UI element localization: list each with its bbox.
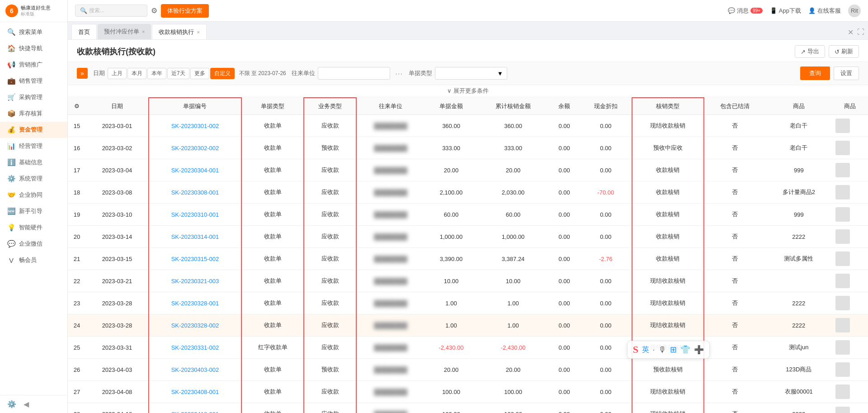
industry-solution-button[interactable]: 体验行业方案 <box>161 4 209 18</box>
cell-bill-no[interactable]: SK-20230408-001 <box>149 381 241 403</box>
sidebar-label-basic: 基础信息 <box>19 158 42 166</box>
tab-receivable-exec[interactable]: 收款核销执行 × <box>152 24 206 39</box>
cell-bill-no[interactable]: SK-20230403-002 <box>149 359 241 381</box>
sidebar-item-member[interactable]: V畅会员 <box>0 252 67 268</box>
close-tab-icon[interactable]: ✕ <box>848 28 854 37</box>
cell-bill-no[interactable]: SK-20230302-002 <box>149 137 241 159</box>
table-row[interactable]: 22 2023-03-21 SK-20230321-003 收款单 应收款 ██… <box>68 270 868 292</box>
app-download-button[interactable]: 📱 App下载 <box>770 7 801 15</box>
close-receivable-icon[interactable]: × <box>197 29 199 35</box>
custom-date-button[interactable]: 自定义 <box>210 68 235 79</box>
sidebar-item-ops[interactable]: 📊经营管理 <box>0 138 67 154</box>
bill-no-link[interactable]: SK-20230314-001 <box>171 233 219 240</box>
cell-bill-no[interactable]: SK-20230331-002 <box>149 337 241 359</box>
cell-bill-no[interactable]: SK-20230301-002 <box>149 115 241 137</box>
settings-gear-icon[interactable]: ⚙ <box>151 6 157 15</box>
table-row[interactable]: 25 2023-03-31 SK-20230331-002 红字收款单 应收款 … <box>68 337 868 359</box>
cell-bill-no[interactable]: SK-20230418-001 <box>149 403 241 413</box>
bill-no-link[interactable]: SK-20230310-001 <box>171 211 219 218</box>
cell-bill-no[interactable]: SK-20230321-003 <box>149 270 241 292</box>
bill-no-link[interactable]: SK-20230408-001 <box>171 389 219 395</box>
cell-bill-no[interactable]: SK-20230328-002 <box>149 314 241 337</box>
cell-bill-no[interactable]: SK-20230314-001 <box>149 226 241 248</box>
table-row[interactable]: 18 2023-03-08 SK-20230308-001 收款单 应收款 ██… <box>68 181 868 204</box>
filter-setting-button[interactable]: 设置 <box>834 66 859 80</box>
filter-toggle-button[interactable]: » <box>77 68 88 79</box>
bill-no-link[interactable]: SK-20230418-001 <box>171 411 219 413</box>
fullscreen-icon[interactable]: ⛶ <box>857 28 864 37</box>
cell-date: 2023-03-14 <box>86 226 149 248</box>
sidebar-icon-basic: ℹ️ <box>7 158 15 166</box>
table-row[interactable]: 27 2023-04-08 SK-20230408-001 收款单 应收款 ██… <box>68 381 868 403</box>
refresh-button[interactable]: ↺ 刷新 <box>829 45 859 58</box>
sidebar-item-finance[interactable]: 💰资金管理 <box>0 122 67 138</box>
cell-cash-discount: 0.00 <box>580 292 632 314</box>
sidebar-item-corp[interactable]: 🤝企业协同 <box>0 187 67 203</box>
bill-no-link[interactable]: SK-20230302-002 <box>171 145 219 152</box>
counterpart-input[interactable] <box>318 67 390 80</box>
sidebar-item-wechat[interactable]: 💬企业微信 <box>0 236 67 252</box>
sidebar-item-system[interactable]: ⚙️系统管理 <box>0 171 67 187</box>
sidebar-item-basic[interactable]: ℹ️基础信息 <box>0 154 67 171</box>
sidebar-item-guide[interactable]: 🆕新手引导 <box>0 203 67 219</box>
cell-bill-no[interactable]: SK-20230308-001 <box>149 181 241 204</box>
cell-accum-amount: 2,030.00 <box>478 181 548 204</box>
bill-no-link[interactable]: SK-20230315-002 <box>171 256 219 262</box>
cell-bill-no[interactable]: SK-20230328-001 <box>149 292 241 314</box>
this-month-button[interactable]: 本月 <box>127 68 146 79</box>
bill-no-link[interactable]: SK-20230321-003 <box>171 278 219 285</box>
close-prepay-icon[interactable]: × <box>142 29 145 34</box>
bill-no-link[interactable]: SK-20230328-001 <box>171 300 219 307</box>
table-row[interactable]: 16 2023-03-02 SK-20230302-002 收款单 预收款 ██… <box>68 137 868 159</box>
col-settings[interactable]: ⚙ <box>68 98 86 115</box>
sidebar-item-purchase[interactable]: 🛒采购管理 <box>0 89 67 105</box>
table-row[interactable]: 21 2023-03-15 SK-20230315-002 收款单 应收款 ██… <box>68 248 868 270</box>
sidebar-item-hardware[interactable]: 💡智能硬件 <box>0 219 67 236</box>
export-button[interactable]: ↗ 导出 <box>795 45 825 58</box>
tab-prepay-match[interactable]: 预付冲应付单 × <box>98 24 151 39</box>
sidebar-item-quick-nav[interactable]: 🏠快捷导航 <box>0 40 67 57</box>
table-row[interactable]: 20 2023-03-14 SK-20230314-001 收款单 应收款 ██… <box>68 226 868 248</box>
sidebar-item-marketing[interactable]: 📢营销推广 <box>0 57 67 73</box>
expand-icon: ∨ <box>447 87 452 94</box>
user-avatar[interactable]: Rit <box>848 5 861 17</box>
sidebar-item-inventory[interactable]: 📦库存核算 <box>0 105 67 122</box>
cell-bill-no[interactable]: SK-20230310-001 <box>149 204 241 226</box>
table-row[interactable]: 19 2023-03-10 SK-20230310-001 收款单 应收款 ██… <box>68 204 868 226</box>
last-month-button[interactable]: 上月 <box>108 68 127 79</box>
table-row[interactable]: 24 2023-03-28 SK-20230328-002 收款单 应收款 ██… <box>68 314 868 337</box>
cell-cash-discount: 0.00 <box>580 403 632 413</box>
table-row[interactable]: 26 2023-04-03 SK-20230403-002 收款单 预收款 ██… <box>68 359 868 381</box>
cell-bill-no[interactable]: SK-20230304-001 <box>149 159 241 181</box>
cell-bill-no[interactable]: SK-20230315-002 <box>149 248 241 270</box>
cell-accum-amount: 100.00 <box>478 381 548 403</box>
voucher-type-select[interactable]: ▼ <box>435 67 507 80</box>
more-date-button[interactable]: 更多 <box>190 68 209 79</box>
message-button[interactable]: 💬 消息 99+ <box>728 7 763 15</box>
query-button[interactable]: 查询 <box>800 66 830 80</box>
table-row[interactable]: 23 2023-03-28 SK-20230328-001 收款单 应收款 ██… <box>68 292 868 314</box>
bill-no-link[interactable]: SK-20230304-001 <box>171 167 219 174</box>
bill-no-link[interactable]: SK-20230301-002 <box>171 123 219 129</box>
last-7days-button[interactable]: 近7天 <box>167 68 189 79</box>
bill-no-link[interactable]: SK-20230331-002 <box>171 344 219 351</box>
cell-date: 2023-03-31 <box>86 337 149 359</box>
tab-home[interactable]: 首页 <box>71 24 97 39</box>
table-row[interactable]: 15 2023-03-01 SK-20230301-002 收款单 应收款 ██… <box>68 115 868 137</box>
settings-icon[interactable]: ⚙️ <box>7 400 16 408</box>
bill-no-link[interactable]: SK-20230328-002 <box>171 322 219 329</box>
collapse-icon[interactable]: ◀ <box>24 400 29 408</box>
this-year-button[interactable]: 本年 <box>147 68 166 79</box>
bill-no-link[interactable]: SK-20230308-001 <box>171 189 219 196</box>
sidebar-item-sales[interactable]: 💼销售管理 <box>0 73 67 89</box>
online-service-button[interactable]: 👤 在线客服 <box>808 7 841 15</box>
table-row[interactable]: 28 2023-04-18 SK-20230418-001 收款单 应收款 ██… <box>68 403 868 413</box>
expand-more-bar[interactable]: ∨ 展开更多条件 <box>68 85 868 97</box>
cell-bill-amount: -2,430.00 <box>425 337 478 359</box>
topbar-search-box[interactable]: 🔍 搜索... <box>75 5 147 17</box>
cell-cash-discount: 0.00 <box>580 226 632 248</box>
col-counterpart: 往来单位 <box>356 98 425 115</box>
bill-no-link[interactable]: SK-20230403-002 <box>171 366 219 373</box>
sidebar-item-search[interactable]: 🔍搜索菜单 <box>0 24 67 40</box>
table-row[interactable]: 17 2023-03-04 SK-20230304-001 收款单 应收款 ██… <box>68 159 868 181</box>
